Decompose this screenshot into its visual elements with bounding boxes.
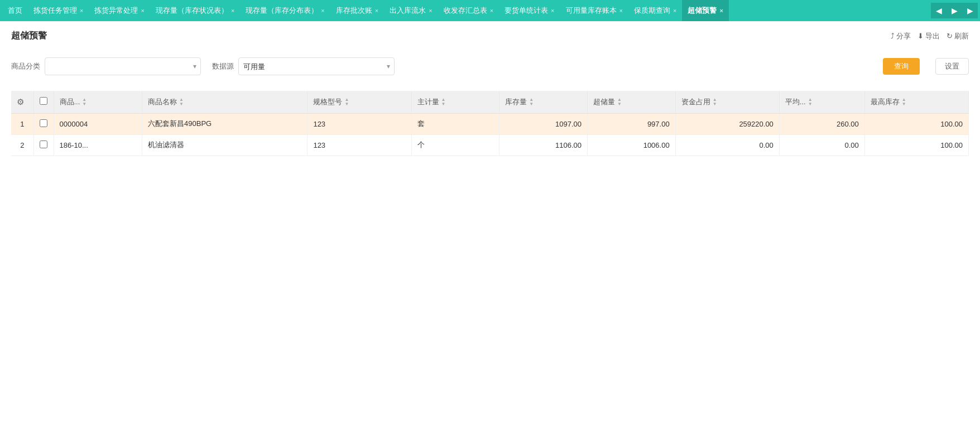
row-index: 2	[11, 134, 33, 156]
col-header-overstock[interactable]: 超储量▲▼	[587, 91, 675, 113]
close-order-stats[interactable]: ×	[551, 7, 554, 14]
table-body: 1 0000004 六配套新昌490BPG 123 套 1097.00 997.…	[11, 113, 969, 156]
row-product-code: 186-10...	[54, 134, 142, 156]
page-header: 超储预警 ⤴ 分享 ⬇ 导出 ↻ 刷新	[11, 30, 969, 42]
col-header-gear: ⚙	[11, 91, 33, 113]
row-product-name: 机油滤清器	[142, 134, 308, 156]
nav-batch-account[interactable]: 库存批次账 ×	[330, 0, 384, 21]
close-overstock-warning[interactable]: ×	[719, 7, 723, 14]
close-inout-flow[interactable]: ×	[429, 7, 432, 14]
data-table: ⚙ 商品...▲▼ 商品名称▲▼ 规格型号▲▼ 主计量▲▼ 库	[11, 91, 969, 156]
col-header-stock[interactable]: 库存量▲▼	[499, 91, 588, 113]
col-header-check	[33, 91, 54, 113]
row-checkbox-cell	[33, 134, 54, 156]
refresh-action[interactable]: ↻ 刷新	[947, 31, 969, 41]
table-row: 2 186-10... 机油滤清器 123 个 1106.00 1006.00 …	[11, 134, 969, 156]
row-overstock: 1006.00	[587, 134, 675, 156]
share-icon: ⤴	[891, 32, 895, 40]
category-filter-group: 商品分类	[11, 57, 201, 75]
close-pick-task[interactable]: ×	[80, 7, 83, 14]
datasource-select[interactable]: 可用量 库存量	[238, 57, 395, 75]
close-stock-status[interactable]: ×	[231, 7, 234, 14]
row-unit: 个	[411, 134, 499, 156]
query-button[interactable]: 查询	[883, 58, 920, 75]
nav-stock-dist[interactable]: 现存量（库存分布表） ×	[240, 0, 330, 21]
row-stock: 1106.00	[499, 134, 588, 156]
datasource-filter-group: 数据源 可用量 库存量	[212, 57, 395, 75]
table-row: 1 0000004 六配套新昌490BPG 123 套 1097.00 997.…	[11, 113, 969, 134]
row-spec: 123	[308, 113, 411, 134]
top-navigation: 首页 拣货任务管理 × 拣货异常处理 × 现存量（库存状况表） × 现存量（库存…	[0, 0, 980, 21]
export-icon: ⬇	[917, 32, 924, 40]
export-action[interactable]: ⬇ 导出	[917, 31, 940, 41]
nav-home[interactable]: 首页	[2, 0, 28, 21]
nav-collect-summary[interactable]: 收发存汇总表 ×	[438, 0, 499, 21]
row-checkbox[interactable]	[40, 140, 47, 148]
col-header-avg[interactable]: 平均...▲▼	[779, 91, 864, 113]
col-header-capital[interactable]: 资金占用▲▼	[675, 91, 779, 113]
nav-quality-check[interactable]: 保质期查询 ×	[628, 0, 682, 21]
refresh-icon: ↻	[947, 32, 953, 40]
header-actions: ⤴ 分享 ⬇ 导出 ↻ 刷新	[891, 31, 969, 41]
row-avg: 260.00	[779, 113, 864, 134]
nav-available-stock[interactable]: 可用量库存账本 ×	[560, 0, 628, 21]
gear-icon[interactable]: ⚙	[17, 97, 24, 106]
close-stock-dist[interactable]: ×	[321, 7, 324, 14]
col-header-product-name[interactable]: 商品名称▲▼	[142, 91, 308, 113]
select-all-checkbox[interactable]	[40, 97, 47, 105]
row-overstock: 997.00	[587, 113, 675, 134]
nav-expand-button[interactable]: ▶	[962, 3, 978, 18]
col-header-max-stock[interactable]: 最高库存▲▼	[864, 91, 968, 113]
datasource-label: 数据源	[212, 61, 234, 71]
nav-prev-button[interactable]: ◀	[931, 3, 947, 18]
nav-overstock-warning[interactable]: 超储预警 ×	[682, 0, 728, 21]
row-unit: 套	[411, 113, 499, 134]
table-header: ⚙ 商品...▲▼ 商品名称▲▼ 规格型号▲▼ 主计量▲▼ 库	[11, 91, 969, 113]
close-quality-check[interactable]: ×	[673, 7, 676, 14]
nav-order-stats[interactable]: 要货单统计表 ×	[499, 0, 560, 21]
col-header-product-code[interactable]: 商品...▲▼	[54, 91, 142, 113]
row-capital: 0.00	[675, 134, 779, 156]
row-avg: 0.00	[779, 134, 864, 156]
row-product-name: 六配套新昌490BPG	[142, 113, 308, 134]
row-checkbox-cell	[33, 113, 54, 134]
page-title: 超储预警	[11, 30, 47, 42]
main-content: 超储预警 ⤴ 分享 ⬇ 导出 ↻ 刷新 商品分类	[0, 21, 980, 446]
category-select[interactable]	[45, 57, 201, 75]
col-header-unit[interactable]: 主计量▲▼	[411, 91, 499, 113]
close-batch-account[interactable]: ×	[375, 7, 378, 14]
row-product-code: 0000004	[54, 113, 142, 134]
category-label: 商品分类	[11, 61, 40, 71]
nav-pick-exception[interactable]: 拣货异常处理 ×	[89, 0, 150, 21]
row-stock: 1097.00	[499, 113, 588, 134]
nav-next-button[interactable]: ▶	[947, 3, 962, 18]
row-max-stock: 100.00	[864, 134, 968, 156]
close-pick-exception[interactable]: ×	[141, 7, 144, 14]
row-index: 1	[11, 113, 33, 134]
nav-pick-task[interactable]: 拣货任务管理 ×	[28, 0, 89, 21]
nav-stock-status[interactable]: 现存量（库存状况表） ×	[150, 0, 240, 21]
row-spec: 123	[308, 134, 411, 156]
row-checkbox[interactable]	[40, 119, 47, 127]
nav-arrows: ◀ ▶ ▶	[931, 3, 978, 18]
settings-button[interactable]: 设置	[935, 58, 969, 75]
share-action[interactable]: ⤴ 分享	[891, 31, 911, 41]
datasource-select-wrapper: 可用量 库存量	[238, 57, 395, 75]
nav-inout-flow[interactable]: 出入库流水 ×	[384, 0, 438, 21]
row-capital: 259220.00	[675, 113, 779, 134]
filter-area: 商品分类 数据源 可用量 库存量 查询 设置	[11, 51, 969, 82]
close-available-stock[interactable]: ×	[619, 7, 623, 14]
close-collect-summary[interactable]: ×	[490, 7, 493, 14]
row-max-stock: 100.00	[864, 113, 968, 134]
col-header-spec[interactable]: 规格型号▲▼	[308, 91, 411, 113]
category-select-wrapper	[45, 57, 201, 75]
